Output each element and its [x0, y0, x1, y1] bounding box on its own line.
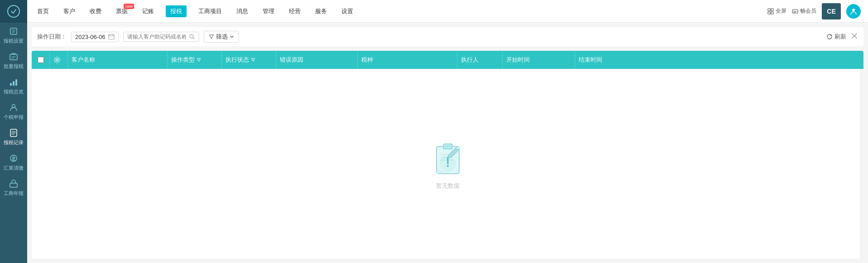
- tax-overview-icon: [9, 77, 19, 87]
- new-badge: new: [124, 4, 134, 10]
- svg-point-15: [852, 9, 855, 11]
- nav-home[interactable]: 首页: [34, 5, 52, 17]
- tax-record-icon: [9, 128, 19, 138]
- sidebar-label-batch-tax: 批量报税: [4, 63, 24, 70]
- content: 操作日期： 2023-06-06 筛选: [27, 23, 868, 263]
- search-icon: [189, 34, 195, 40]
- sidebar-item-annual-report[interactable]: 工商年报: [0, 175, 27, 200]
- th-executor: 执行人: [457, 51, 503, 69]
- ce-badge: CE: [822, 3, 841, 19]
- avatar[interactable]: [846, 4, 861, 19]
- main-area: 首页 客户 收费 票据 new 记账 报税 工商项目 消息 管理 经营 服务 设…: [27, 0, 868, 263]
- svg-rect-13: [771, 12, 773, 14]
- settings-icon: [53, 56, 61, 63]
- select-all-checkbox[interactable]: [38, 57, 44, 63]
- table-body: 暂无数据: [32, 69, 863, 258]
- sidebar-label-personal-tax: 个税申报: [4, 114, 24, 121]
- svg-point-0: [8, 5, 19, 17]
- th-end-time: 结束时间: [575, 51, 638, 69]
- sidebar-item-personal-tax[interactable]: 个税申报: [0, 99, 27, 124]
- chevron-down-icon: [230, 34, 234, 39]
- th-settings[interactable]: [50, 51, 68, 69]
- th-op-type: 操作类型: [168, 51, 222, 69]
- sidebar-logo: [0, 0, 27, 23]
- table-container: 客户名称 操作类型 执行状态 错误原因: [32, 51, 863, 258]
- batch-tax-icon: [9, 52, 19, 62]
- member-btn[interactable]: 畅会员: [792, 7, 816, 15]
- tax-settings-icon: [9, 26, 19, 36]
- nav-business[interactable]: 工商项目: [196, 5, 225, 17]
- svg-rect-3: [10, 83, 12, 86]
- topnav-right: 全屏 畅会员 CE: [767, 3, 861, 19]
- sidebar-item-tax-settings[interactable]: 报税设置: [0, 23, 27, 48]
- nav-settings[interactable]: 设置: [339, 5, 356, 17]
- empty-state: 暂无数据: [430, 137, 466, 190]
- nav-customer[interactable]: 客户: [61, 5, 78, 17]
- svg-point-22: [447, 165, 449, 167]
- personal-tax-icon: [9, 102, 19, 112]
- th-checkbox[interactable]: [32, 51, 50, 69]
- fullscreen-btn[interactable]: 全屏: [767, 7, 786, 15]
- nav-service[interactable]: 服务: [312, 5, 330, 17]
- nav-billing[interactable]: 收费: [87, 5, 104, 17]
- svg-rect-9: [10, 183, 17, 187]
- sidebar-label-tax-overview: 报税总览: [4, 88, 24, 95]
- sidebar-item-remit-tax[interactable]: 汇算清缴: [0, 150, 27, 175]
- table-header: 客户名称 操作类型 执行状态 错误原因: [32, 51, 863, 69]
- svg-rect-4: [13, 81, 14, 86]
- search-wrap[interactable]: [123, 32, 199, 42]
- topnav: 首页 客户 收费 票据 new 记账 报税 工商项目 消息 管理 经营 服务 设…: [27, 0, 868, 23]
- nav-manage[interactable]: 管理: [260, 5, 277, 17]
- th-customer-name: 客户名称: [68, 51, 168, 69]
- annual-report-icon: [9, 179, 19, 189]
- calendar-icon: [108, 34, 115, 40]
- nav-accounting[interactable]: 记账: [139, 5, 157, 17]
- user-icon: [849, 7, 858, 16]
- member-icon: [792, 8, 798, 15]
- fullscreen-icon: [767, 8, 774, 15]
- th-tax-type: 税种: [358, 51, 457, 69]
- toolbar: 操作日期： 2023-06-06 筛选: [32, 27, 863, 46]
- search-input[interactable]: [127, 34, 186, 40]
- date-label: 操作日期：: [37, 33, 67, 41]
- nav-operation[interactable]: 经营: [286, 5, 303, 17]
- svg-rect-20: [443, 144, 452, 149]
- filter-label: 筛选: [216, 33, 228, 41]
- date-value: 2023-06-06: [75, 34, 106, 40]
- exec-status-filter-icon[interactable]: [251, 58, 255, 62]
- svg-rect-12: [768, 12, 770, 14]
- filter-icon: [209, 34, 214, 39]
- empty-text: 暂无数据: [436, 182, 460, 190]
- sidebar-label-tax-record: 报税记录: [4, 139, 24, 146]
- th-exec-status: 执行状态: [222, 51, 276, 69]
- sidebar-label-tax-settings: 报税设置: [4, 38, 24, 44]
- svg-rect-5: [15, 79, 17, 86]
- sidebar-label-annual-report: 工商年报: [4, 190, 24, 197]
- refresh-label: 刷新: [834, 33, 846, 41]
- filter-button[interactable]: 筛选: [204, 31, 239, 43]
- sidebar-item-tax-record[interactable]: 报税记录: [0, 124, 27, 150]
- svg-rect-16: [109, 34, 114, 39]
- svg-point-23: [435, 170, 442, 174]
- th-start-time: 开始时间: [503, 51, 575, 69]
- sidebar-item-batch-tax[interactable]: 批量报税: [0, 48, 27, 73]
- th-error-reason: 错误原因: [276, 51, 358, 69]
- svg-rect-10: [768, 9, 770, 11]
- op-type-filter-icon[interactable]: [197, 58, 201, 62]
- empty-illustration: [430, 137, 466, 178]
- date-input[interactable]: 2023-06-06: [71, 32, 119, 42]
- sidebar-label-remit-tax: 汇算清缴: [4, 165, 24, 171]
- svg-rect-2: [10, 54, 17, 60]
- close-icon: [851, 32, 858, 39]
- scrollbar-track[interactable]: [860, 69, 863, 258]
- svg-rect-11: [771, 9, 773, 11]
- close-button[interactable]: [851, 32, 858, 41]
- nav-tax[interactable]: 报税: [166, 5, 187, 17]
- refresh-button[interactable]: 刷新: [826, 33, 846, 41]
- svg-point-18: [56, 59, 58, 61]
- sidebar: 报税设置 批量报税 报税总览 个税申报: [0, 0, 27, 263]
- sidebar-item-tax-overview[interactable]: 报税总览: [0, 73, 27, 99]
- nav-message[interactable]: 消息: [234, 5, 251, 17]
- nav-invoice[interactable]: 票据 new: [113, 5, 130, 17]
- refresh-icon: [826, 34, 833, 40]
